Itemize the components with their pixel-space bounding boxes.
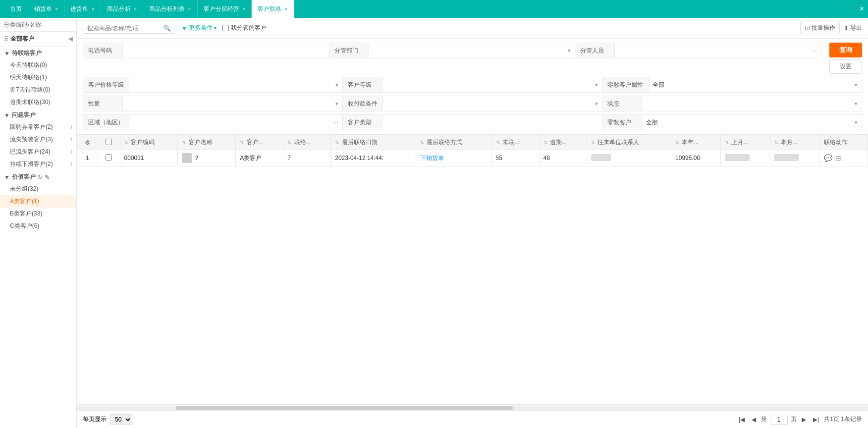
chevron-down-icon[interactable]: ▾ [591, 101, 602, 107]
nav-product-analysis[interactable]: 商品分析 × [101, 0, 143, 18]
nav-customer-segment[interactable]: 客户分层经营 × [198, 0, 252, 18]
refresh-icon[interactable]: ↻ [38, 174, 43, 181]
page-label: 第 [761, 415, 767, 424]
qrcode-icon[interactable]: ⊞ [835, 154, 841, 162]
setting-button[interactable]: 设置 [829, 59, 862, 74]
batch-op-btn[interactable]: ☑ 批量操作 [800, 22, 840, 34]
sidebar-item-a-class[interactable]: A类客户(1) [0, 195, 76, 208]
sidebar-item-loss-warning[interactable]: 流失预警客户(3) ℹ [0, 133, 76, 146]
filter-retail-customer-input[interactable] [642, 115, 851, 130]
customer-name[interactable]: ？ [194, 154, 200, 162]
sidebar-group-problem[interactable]: ▼ 问题客户 [0, 108, 76, 121]
chevron-down-icon[interactable]: ▾ [851, 119, 862, 126]
filter-person-label: 分管人员 [575, 43, 615, 58]
filter-region-input[interactable] [129, 115, 329, 130]
sidebar-item-ungrouped[interactable]: 未分组(32) [0, 183, 76, 195]
chat-icon[interactable]: 💬 [824, 154, 832, 162]
info-icon: ℹ [70, 124, 72, 130]
next-page-btn[interactable]: ▶ [800, 415, 808, 424]
more-filters-btn[interactable]: ▼ 更多条件 ▾ [181, 24, 217, 32]
sort-icon: ⇅ [725, 140, 729, 145]
page-size-select[interactable]: 50 [110, 414, 132, 425]
close-icon[interactable]: × [188, 6, 191, 12]
more-icon[interactable]: ··· [808, 47, 821, 54]
filter-payment-input[interactable] [383, 96, 591, 111]
sidebar-group-problem-label: 问题客户 [12, 111, 36, 119]
sidebar-item-b-class[interactable]: B类客户(33) [0, 208, 76, 220]
gear-icon[interactable]: ⚙ [85, 139, 90, 146]
row-checkbox[interactable] [106, 154, 112, 160]
filter-price-level-label: 客户价格等级 [83, 77, 129, 92]
cell-last-date: 2023-04-12 14:44: [331, 150, 416, 166]
export-btn[interactable]: ⬆ 导出 [844, 24, 862, 32]
filter-retail-attr-input[interactable] [649, 77, 851, 92]
sort-icon: ⇅ [287, 140, 291, 145]
filter-region: 区域（地区） ··· [83, 114, 343, 130]
filter-customer-type-input[interactable] [382, 115, 602, 130]
chevron-down-icon[interactable]: ▾ [591, 82, 602, 88]
nav-home[interactable]: 首页 [4, 0, 28, 18]
chevron-down-icon[interactable]: ▾ [331, 101, 342, 107]
sidebar-item-c-class[interactable]: C类客户(6) [0, 220, 76, 232]
all-customers-header[interactable]: ⠿ 全部客户 ◀ [0, 32, 76, 47]
close-icon[interactable]: × [91, 6, 94, 12]
col-type: ⇅ 客户... [236, 135, 283, 150]
chevron-down-icon[interactable]: ▾ [331, 82, 342, 88]
sidebar-item-repurchase-abnormal[interactable]: 回购异常客户(2) ℹ [0, 121, 76, 133]
top-nav: 首页 销货单 × 进货单 × 商品分析 × 商品分析列表 × 客户分层经营 × … [0, 0, 868, 18]
nav-product-list[interactable]: 商品分析列表 × [143, 0, 197, 18]
filter-nature-input[interactable] [123, 96, 331, 111]
last-method-link[interactable]: 下销货单 [420, 155, 444, 161]
window-close-icon[interactable]: × [860, 4, 864, 13]
page-number-input[interactable] [770, 415, 788, 425]
prev-page-btn[interactable]: ◀ [750, 415, 758, 424]
nav-customer-contact[interactable]: 客户联络 × [252, 0, 294, 18]
my-customers-check[interactable] [222, 25, 229, 31]
collapse-icon[interactable]: ◀ [68, 36, 72, 42]
nav-sales-label: 销货单 [34, 5, 52, 13]
chevron-down-icon[interactable]: ▾ [564, 48, 575, 54]
close-icon[interactable]: × [55, 6, 58, 12]
nav-purchase[interactable]: 进货单 × [64, 0, 101, 18]
select-all-checkbox[interactable] [106, 139, 112, 145]
chevron-down-icon[interactable]: ▾ [851, 82, 862, 88]
close-icon[interactable]: × [284, 6, 287, 12]
query-button[interactable]: 查询 [829, 43, 862, 57]
search-input[interactable] [87, 25, 162, 32]
more-icon[interactable]: ··· [329, 119, 342, 126]
sidebar-item-continuous-decline[interactable]: 持续下滑客户(2) ℹ [0, 158, 76, 170]
nav-sales[interactable]: 销货单 × [28, 0, 64, 18]
sidebar-item-overdue-contact[interactable]: 逾期未联络(30) [0, 96, 76, 108]
filter-customer-level: 客户等级 ▾ [342, 77, 602, 93]
page-end-label: 页 [791, 415, 797, 424]
edit-icon[interactable]: ✎ [45, 174, 50, 181]
search-icon[interactable]: 🔍 [163, 25, 171, 32]
cell-uncontacted: 55 [491, 150, 539, 166]
horizontal-scrollbar[interactable] [77, 404, 868, 410]
nav-customer-contact-label: 客户联络 [258, 5, 281, 13]
first-page-btn[interactable]: |◀ [737, 415, 747, 424]
sidebar-search-input[interactable] [4, 21, 77, 28]
filter-customer-level-input[interactable] [382, 77, 591, 92]
sidebar-item-tomorrow-pending[interactable]: 明天待联络(1) [0, 71, 76, 84]
last-page-btn[interactable]: ▶| [811, 415, 821, 424]
filter-status-input[interactable] [642, 96, 851, 111]
filter-person: 分管人员 ··· [575, 43, 821, 58]
sidebar-group-value[interactable]: ▼ 价值客户 ↻ ✎ [0, 170, 76, 183]
filter-customer-type-label: 客户类型 [343, 115, 382, 130]
sidebar-item-7days-pending[interactable]: 近7天待联络(0) [0, 84, 76, 96]
chevron-icon: ▾ [214, 25, 217, 31]
my-customers-checkbox[interactable]: 我分管的客户 [222, 24, 267, 32]
close-icon[interactable]: × [242, 6, 245, 12]
sidebar-item-already-lost[interactable]: 已流失客户(24) ℹ [0, 146, 76, 158]
close-icon[interactable]: × [134, 6, 137, 12]
chevron-down-icon[interactable]: ▾ [851, 101, 862, 107]
filter-dept-input[interactable] [369, 43, 564, 58]
filter-phone-input[interactable] [123, 43, 329, 58]
filter-dept: 分管部门 ▾ [329, 43, 576, 58]
col-contact: ⇅ 联络... [283, 135, 331, 150]
filter-price-level-input[interactable] [129, 77, 331, 92]
filter-person-input[interactable] [615, 43, 808, 58]
sidebar-group-pending[interactable]: ▼ 待联络客户 [0, 47, 76, 59]
sidebar-item-today-pending[interactable]: 今天待联络(0) [0, 59, 76, 71]
